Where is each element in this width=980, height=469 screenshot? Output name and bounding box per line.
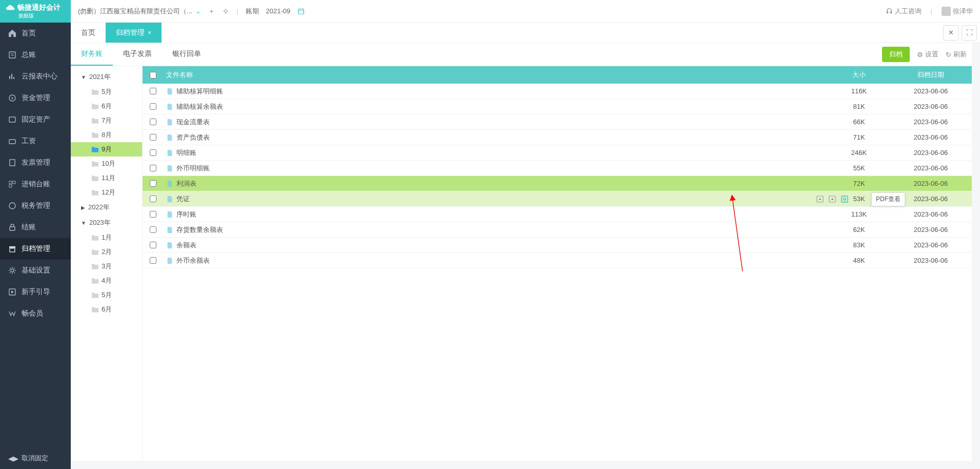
- download-pdf-icon[interactable]: [828, 195, 836, 203]
- row-checkbox[interactable]: [150, 165, 156, 171]
- nav-member[interactable]: 畅会员: [0, 303, 71, 324]
- archive-date: 2023-06-06: [890, 103, 972, 110]
- file-icon: [166, 165, 173, 172]
- file-icon: [166, 88, 173, 95]
- row-checkbox[interactable]: [150, 226, 156, 233]
- nav-archive[interactable]: 归档管理: [0, 238, 71, 260]
- tree-month[interactable]: 4月: [71, 273, 142, 288]
- calendar-icon[interactable]: [297, 8, 305, 15]
- tree-month[interactable]: 5月: [71, 288, 142, 302]
- close-all-button[interactable]: ✕: [943, 25, 958, 41]
- tree-month[interactable]: 10月: [71, 157, 142, 171]
- period-label: 账期: [246, 7, 259, 16]
- table-row[interactable]: 外币余额表48K2023-06-06: [143, 253, 972, 268]
- select-all-checkbox[interactable]: [150, 72, 156, 79]
- row-checkbox[interactable]: [150, 180, 156, 187]
- gear-icon: [8, 266, 16, 275]
- download-excel-icon[interactable]: [816, 195, 824, 203]
- table-row[interactable]: 明细账246K2023-06-06: [143, 145, 972, 161]
- tree-year-2022[interactable]: ▶2022年: [71, 200, 142, 215]
- table-row[interactable]: 存货数量余额表62K2023-06-06: [143, 222, 972, 238]
- svg-rect-5: [10, 160, 15, 166]
- row-checkbox[interactable]: [150, 134, 156, 141]
- nav-guide[interactable]: 新手引导: [0, 281, 71, 303]
- row-checkbox[interactable]: [150, 196, 156, 202]
- row-checkbox[interactable]: [150, 211, 156, 218]
- tree-month[interactable]: 5月: [71, 85, 142, 99]
- collapse-icon: ◀▶: [8, 455, 18, 462]
- row-checkbox[interactable]: [150, 257, 156, 264]
- archive-date: 2023-06-06: [890, 87, 972, 95]
- table-row[interactable]: 辅助核算明细账116K2023-06-06: [143, 84, 972, 99]
- tree-month[interactable]: 8月: [71, 128, 142, 142]
- nav-closing[interactable]: 结账: [0, 217, 71, 238]
- nav-invoice[interactable]: 发票管理: [0, 152, 71, 173]
- subtab-bankslip[interactable]: 银行回单: [162, 43, 211, 66]
- subtab-einvoice[interactable]: 电子发票: [113, 43, 162, 66]
- settings-link[interactable]: ⚙设置: [917, 50, 938, 59]
- nav-reports[interactable]: 云报表中心: [0, 66, 71, 87]
- nav-assets[interactable]: 固定资产: [0, 109, 71, 130]
- nav-settings[interactable]: 基础设置: [0, 260, 71, 281]
- row-checkbox[interactable]: [150, 119, 156, 125]
- table-row[interactable]: 序时账113K2023-06-06: [143, 207, 972, 222]
- support-button[interactable]: 人工咨询: [886, 7, 922, 16]
- file-size: 48K: [828, 257, 890, 264]
- table-row[interactable]: 现金流量表66K2023-06-06: [143, 114, 972, 130]
- company-selector[interactable]: (勿删）江西服宝精品有限责任公司（... ⌄: [78, 7, 201, 16]
- svg-rect-11: [9, 246, 15, 248]
- table-row[interactable]: 余额表83K2023-06-06: [143, 238, 972, 253]
- headset-icon: [886, 8, 893, 15]
- config-icon[interactable]: [222, 8, 229, 15]
- tree-month[interactable]: 9月: [71, 142, 142, 157]
- tree-month[interactable]: 12月: [71, 185, 142, 200]
- tree-month[interactable]: 1月: [71, 230, 142, 245]
- row-checkbox[interactable]: [150, 149, 156, 156]
- table-row[interactable]: 凭证PDF查看53K2023-06-06: [143, 191, 972, 207]
- file-name: 明细账: [176, 148, 196, 158]
- file-size: 62K: [828, 226, 890, 233]
- user-menu[interactable]: 徐泽华: [942, 7, 973, 16]
- refresh-link[interactable]: ↻刷新: [946, 50, 967, 59]
- tree-year-2023[interactable]: ▼2023年: [71, 215, 142, 230]
- file-icon: [166, 103, 173, 110]
- close-icon[interactable]: ×: [148, 29, 151, 36]
- tree-month[interactable]: 2月: [71, 245, 142, 259]
- ledger-icon: [8, 51, 16, 59]
- table-row[interactable]: 辅助核算余额表81K2023-06-06: [143, 99, 972, 114]
- tree-month[interactable]: 3月: [71, 259, 142, 273]
- row-checkbox[interactable]: [150, 88, 156, 94]
- file-size: 55K: [828, 164, 890, 172]
- tab-home[interactable]: 首页: [71, 23, 106, 43]
- nav-ledger[interactable]: 总账: [0, 44, 71, 66]
- file-grid: 文件名称 大小 归档日期 辅助核算明细账116K2023-06-06辅助核算余额…: [143, 66, 972, 461]
- row-checkbox[interactable]: [150, 103, 156, 110]
- nav-salary[interactable]: 工资: [0, 130, 71, 152]
- tree-month[interactable]: 6月: [71, 302, 142, 317]
- svg-rect-8: [9, 185, 12, 187]
- toggle-pin[interactable]: ◀▶ 取消固定: [0, 447, 71, 469]
- row-checkbox[interactable]: [150, 242, 156, 248]
- subtab-finance[interactable]: 财务账: [71, 43, 113, 66]
- file-icon: [166, 211, 173, 218]
- period-value[interactable]: 2021-09: [266, 7, 291, 15]
- view-pdf-icon[interactable]: [841, 195, 849, 203]
- table-row[interactable]: 利润表72K2023-06-06: [143, 176, 972, 191]
- archive-button[interactable]: 归档: [882, 47, 910, 62]
- folder-icon: [91, 263, 98, 269]
- nav-funds[interactable]: ¥资金管理: [0, 87, 71, 109]
- tree-month[interactable]: 6月: [71, 99, 142, 113]
- table-row[interactable]: 外币明细账55K2023-06-06: [143, 161, 972, 176]
- tab-archive[interactable]: 归档管理 ×: [106, 23, 162, 43]
- table-row[interactable]: 资产负债表71K2023-06-06: [143, 130, 972, 145]
- tree-month[interactable]: 11月: [71, 171, 142, 185]
- svg-text:¥: ¥: [11, 96, 14, 101]
- nav-home[interactable]: 首页: [0, 23, 71, 44]
- nav-stock[interactable]: 进销台账: [0, 173, 71, 195]
- tree-year-2021[interactable]: ▼2021年: [71, 69, 142, 85]
- add-icon[interactable]: ＋: [208, 7, 215, 16]
- fullscreen-button[interactable]: ⛶: [962, 25, 977, 41]
- tree-month[interactable]: 7月: [71, 113, 142, 128]
- file-size: 113K: [828, 210, 890, 218]
- nav-tax[interactable]: 税务管理: [0, 195, 71, 217]
